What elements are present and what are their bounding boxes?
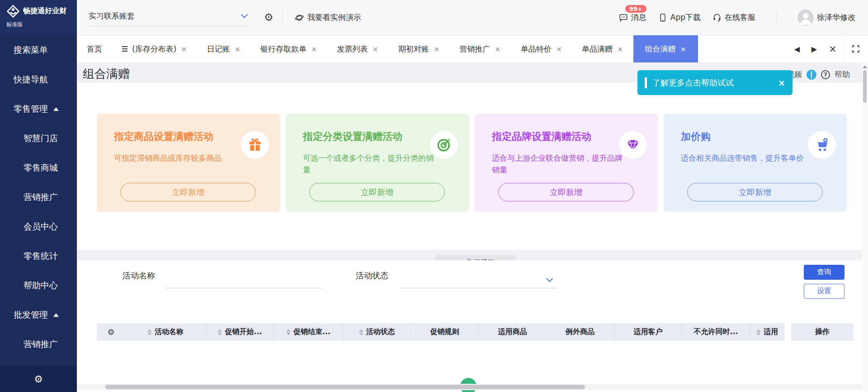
sidebar-item-marketing-promotion[interactable]: 营销推广: [0, 182, 77, 212]
column-label: 不允许同时...: [693, 327, 738, 337]
help-tip-banner: 了解更多点击帮助试试 ×: [637, 70, 793, 95]
card-description: 适合与上游企业联合做营销，提升品牌销量: [492, 153, 623, 176]
card-description: 适合相关商品连带销售，提升客单价: [681, 153, 812, 164]
sidebar-settings-gear-icon[interactable]: ⚙: [0, 366, 77, 392]
tab-invoice-list[interactable]: 发票列表×: [327, 35, 388, 62]
close-icon[interactable]: ×: [556, 45, 562, 53]
scroll-up-arrow-icon[interactable]: [863, 65, 867, 68]
banner-accent-bar: [645, 77, 647, 88]
column-settings-cell[interactable]: ⚙: [97, 323, 125, 341]
tab-scroll-right-icon[interactable]: ▶: [806, 45, 823, 53]
headset-icon: [712, 13, 722, 22]
close-icon[interactable]: ×: [495, 45, 500, 53]
account-settings-gear-icon[interactable]: ⚙: [264, 12, 274, 23]
video-toggle[interactable]: [807, 70, 816, 80]
add-now-button[interactable]: 立即新增: [309, 183, 445, 201]
close-icon[interactable]: ×: [434, 45, 439, 53]
fixed-column-gap: [784, 323, 791, 341]
sidebar-item-label: 零售统计: [24, 250, 58, 262]
divider: [776, 12, 777, 24]
banner-close-icon[interactable]: ×: [778, 78, 785, 88]
sort-icon[interactable]: [286, 329, 291, 335]
column-header-not-allowed-simultaneous[interactable]: 不允许同时...: [682, 323, 750, 341]
sidebar-item-label: 零售管理: [14, 103, 48, 115]
tab-journal[interactable]: 日记账×: [197, 35, 250, 62]
sidebar-item-wholesale-management[interactable]: 批发管理: [0, 300, 77, 330]
card-add-on-purchase: 加价购 适合相关商品连带销售，提升客单价 立即新增: [664, 114, 847, 212]
sidebar-item-wholesale-marketing[interactable]: 营销推广: [0, 330, 77, 359]
activity-status-select[interactable]: [399, 277, 557, 288]
activity-name-input[interactable]: [165, 277, 322, 288]
user-menu[interactable]: 徐泽华修改: [797, 10, 855, 26]
app-download-button[interactable]: App下载: [658, 12, 701, 23]
help-label[interactable]: 帮助: [835, 69, 850, 80]
sort-icon[interactable]: [756, 329, 761, 335]
tab-label: 银行存取款单: [260, 44, 307, 54]
tab-bar: 首页 (库存分布表)× 日记账× 银行存取款单× 发票列表× 期初对账× 营销推…: [77, 35, 868, 62]
add-now-button[interactable]: 立即新增: [120, 183, 256, 201]
tab-scroll-left-icon[interactable]: ◀: [788, 45, 806, 53]
close-icon[interactable]: ×: [235, 45, 241, 53]
sidebar-item-retail-management[interactable]: 零售管理: [0, 94, 77, 124]
column-header-applicable-goods[interactable]: 适用商品: [478, 323, 546, 341]
tab-opening-reconciliation[interactable]: 期初对账×: [388, 35, 449, 62]
tab-home[interactable]: 首页: [77, 35, 112, 62]
close-icon[interactable]: ×: [617, 45, 623, 53]
column-header-promo-end[interactable]: 促销结束...: [274, 323, 343, 341]
online-service-button[interactable]: 在线客服: [712, 12, 755, 23]
query-button[interactable]: 查询: [804, 265, 844, 280]
add-now-button[interactable]: 立即新增: [687, 183, 823, 201]
demo-link[interactable]: 我要看实例演示: [295, 12, 361, 23]
column-label: 例外商品: [566, 327, 594, 337]
add-now-button[interactable]: 立即新增: [498, 183, 634, 201]
tab-single-special-price[interactable]: 单品特价×: [511, 35, 572, 62]
collapse-arrow-icon: [53, 313, 59, 317]
column-label: 适用客户: [634, 327, 663, 337]
sidebar-item-label: 营销推广: [24, 191, 58, 203]
column-header-applicable-customers[interactable]: 适用客户: [614, 323, 682, 341]
account-select[interactable]: 实习联系账套: [89, 9, 250, 27]
close-icon[interactable]: ×: [311, 45, 317, 53]
sort-icon[interactable]: [147, 329, 152, 335]
column-header-promo-start[interactable]: 促销开始...: [206, 323, 274, 341]
card-description: 可选一个或者多个分类，提升分类的销量: [303, 153, 434, 176]
sidebar-item-quick-nav[interactable]: 快捷导航: [0, 65, 77, 94]
settings-button[interactable]: 设置: [804, 284, 844, 299]
sort-icon[interactable]: [359, 329, 363, 335]
sidebar-item-help-center[interactable]: 帮助中心: [0, 271, 77, 300]
sidebar-item-search-menu[interactable]: 搜索菜单: [0, 35, 77, 65]
vertical-scrollbar-thumb[interactable]: [863, 70, 867, 103]
tab-single-gift[interactable]: 单品满赠×: [572, 35, 633, 62]
close-icon[interactable]: ×: [680, 45, 686, 53]
close-icon[interactable]: ×: [372, 45, 378, 53]
horizontal-scrollbar[interactable]: [77, 384, 862, 390]
column-header-applicable-truncated[interactable]: 适用: [750, 323, 784, 341]
app-download-label: App下载: [670, 12, 701, 23]
close-all-tabs-icon[interactable]: ×: [823, 43, 843, 54]
column-header-promo-rule[interactable]: 促销规则: [410, 323, 478, 341]
fullscreen-icon[interactable]: [843, 35, 868, 62]
sidebar-item-smart-store[interactable]: 智慧门店: [0, 124, 77, 153]
mobile-phone-icon: [658, 13, 667, 22]
close-icon[interactable]: ×: [181, 45, 187, 53]
column-header-excluded-goods[interactable]: 例外商品: [546, 323, 614, 341]
sidebar-item-member-center[interactable]: 会员中心: [0, 212, 77, 241]
tab-inventory-distribution[interactable]: (库存分布表)×: [112, 35, 197, 62]
diamond-icon: [619, 131, 647, 159]
tab-marketing-promotion[interactable]: 营销推广×: [449, 35, 510, 62]
horizontal-scrollbar-thumb[interactable]: [105, 385, 585, 389]
vertical-scrollbar[interactable]: [862, 62, 868, 392]
tab-combo-gift-active[interactable]: 组合满赠×: [633, 35, 698, 62]
column-header-activity-status[interactable]: 活动状态: [343, 323, 410, 341]
tab-bank-deposit[interactable]: 银行存取款单×: [250, 35, 327, 62]
column-header-actions[interactable]: 操作: [791, 323, 854, 341]
sidebar-item-retail-statistics[interactable]: 零售统计: [0, 241, 77, 271]
column-label: 适用: [764, 327, 778, 337]
sort-icon[interactable]: [217, 329, 222, 335]
messages-button[interactable]: 消息 99+: [619, 12, 646, 23]
column-header-activity-name[interactable]: 活动名称: [125, 323, 206, 341]
sidebar-item-label: 会员中心: [24, 221, 58, 233]
sidebar-item-retail-mall[interactable]: 零售商城: [0, 153, 77, 182]
activity-list-panel: 活动名称 活动状态 查询 设置 ⚙ 活动名称 促销开始... 促销结束... 活…: [77, 260, 862, 392]
user-name: 徐泽华修改: [817, 12, 855, 23]
